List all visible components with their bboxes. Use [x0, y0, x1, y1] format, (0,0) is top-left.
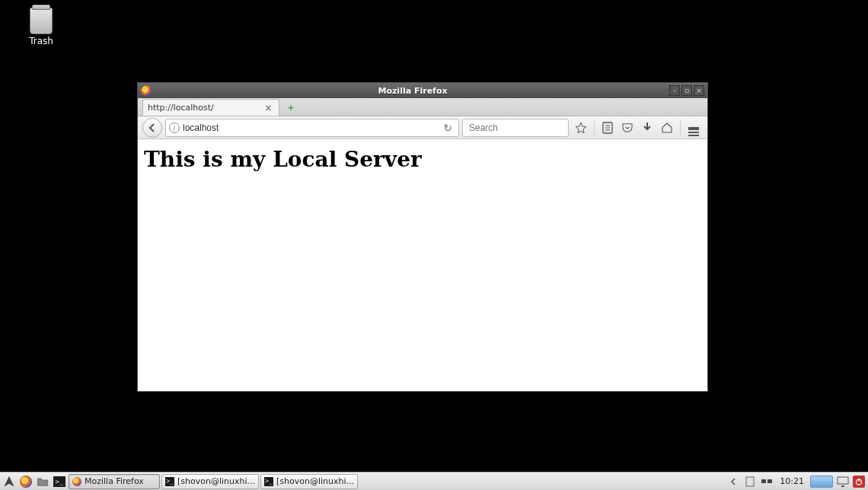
home-button[interactable] [658, 119, 676, 137]
desktop-trash-label: Trash [23, 36, 59, 46]
terminal-icon: >_ [53, 476, 65, 487]
clipboard-icon [602, 122, 613, 134]
window-close-button[interactable]: × [694, 85, 704, 96]
tray-collapse-button[interactable] [726, 476, 740, 488]
terminal-icon: >_ [165, 477, 174, 486]
page-content: This is my Local Server [138, 139, 707, 391]
tabstrip: http://localhost/ × ＋ [138, 98, 707, 116]
window-minimize-button[interactable]: – [669, 85, 680, 96]
svg-rect-8 [767, 479, 772, 483]
app-menu-button[interactable] [2, 474, 17, 489]
desktop-trash-icon[interactable]: Trash [23, 8, 59, 46]
trash-icon [30, 8, 53, 34]
tab-localhost[interactable]: http://localhost/ × [142, 99, 279, 116]
terminal-icon: >_ [264, 477, 273, 486]
firefox-app-icon [141, 85, 152, 96]
search-bar[interactable] [462, 119, 569, 137]
system-tray: 10:21 [726, 476, 866, 488]
firefox-icon [72, 477, 81, 486]
firefox-icon [20, 476, 32, 488]
files-launcher[interactable] [35, 474, 50, 489]
toolbar-right [572, 119, 703, 137]
network-icon [761, 477, 773, 486]
arch-logo-icon [3, 476, 15, 488]
terminal-launcher[interactable]: >_ [52, 474, 67, 489]
toolbar-separator [680, 121, 681, 135]
taskbar: >_ Mozilla Firefox >_ [shovon@linuxhi...… [0, 472, 868, 490]
home-icon [661, 122, 673, 134]
window-titlebar[interactable]: Mozilla Firefox – ▫ × [138, 83, 707, 98]
tab-close-button[interactable]: × [263, 102, 274, 113]
navigation-toolbar: i ↻ [138, 116, 707, 139]
toolbar-separator [594, 121, 595, 135]
taskbar-item-firefox[interactable]: Mozilla Firefox [69, 474, 160, 489]
window-title: Mozilla Firefox [156, 86, 669, 96]
folder-icon [37, 476, 49, 487]
firefox-window: Mozilla Firefox – ▫ × http://localhost/ … [137, 82, 708, 392]
chevron-left-icon [730, 478, 736, 485]
sidebar-button[interactable] [598, 119, 617, 137]
pocket-button[interactable] [618, 119, 637, 137]
taskbar-item-label: [shovon@linuxhi... [276, 476, 354, 486]
power-button[interactable] [853, 476, 865, 488]
menu-button[interactable] [685, 119, 703, 137]
svg-rect-9 [838, 477, 848, 484]
svg-rect-7 [761, 479, 766, 483]
show-desktop-button[interactable] [810, 476, 833, 488]
taskbar-item-label: [shovon@linuxhi... [177, 476, 255, 486]
hamburger-icon [688, 127, 699, 129]
taskbar-item-terminal[interactable]: >_ [shovon@linuxhi... [161, 474, 259, 489]
taskbar-item-label: Mozilla Firefox [85, 476, 144, 486]
user-switch-icon[interactable] [836, 476, 850, 488]
bookmark-star-button[interactable] [572, 119, 590, 137]
back-button[interactable] [142, 118, 162, 138]
site-info-icon[interactable]: i [169, 123, 180, 133]
taskbar-item-terminal[interactable]: >_ [shovon@linuxhi... [260, 474, 358, 489]
firefox-launcher[interactable] [18, 474, 34, 489]
tab-label: http://localhost/ [148, 103, 214, 113]
page-heading: This is my Local Server [144, 147, 701, 172]
search-input[interactable] [469, 123, 583, 133]
download-icon [642, 122, 653, 134]
monitor-icon [837, 476, 849, 487]
window-maximize-button[interactable]: ▫ [681, 85, 692, 96]
star-icon [575, 122, 587, 134]
url-bar[interactable]: i ↻ [165, 119, 459, 137]
svg-rect-6 [746, 477, 754, 486]
url-input[interactable] [183, 123, 437, 133]
new-tab-button[interactable]: ＋ [284, 100, 298, 114]
taskbar-clock[interactable]: 10:21 [777, 476, 807, 486]
network-tray-icon[interactable] [760, 476, 774, 488]
downloads-button[interactable] [638, 119, 656, 137]
arrow-left-icon [148, 123, 157, 132]
clipboard-tray-icon[interactable] [743, 476, 757, 488]
window-controls: – ▫ × [669, 85, 704, 96]
pocket-icon [621, 122, 633, 134]
clipboard-icon [745, 476, 755, 487]
reload-button[interactable]: ↻ [440, 122, 455, 134]
power-icon [855, 478, 863, 485]
